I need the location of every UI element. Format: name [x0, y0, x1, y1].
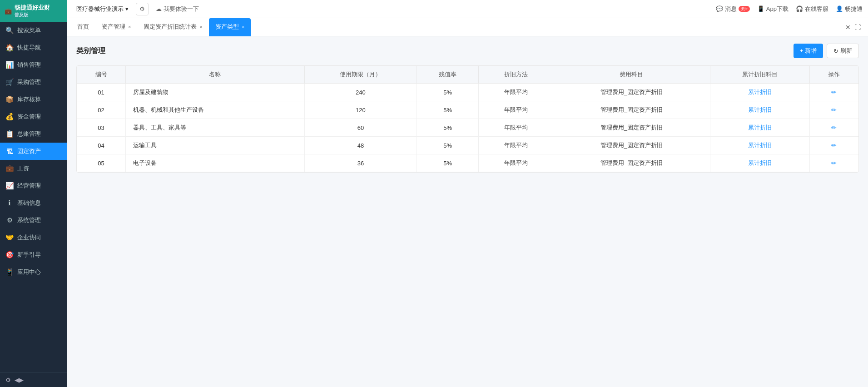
service-icon: 🎧: [796, 5, 803, 12]
table-row: 02机器、机械和其他生产设备1205%年限平均管理费用_固定资产折旧累计折旧✏: [77, 101, 858, 119]
col-header: 名称: [126, 66, 305, 84]
tab-close-icon[interactable]: ×: [128, 24, 131, 30]
message-label: 消息: [725, 5, 737, 13]
table-cell: 01: [77, 84, 126, 101]
nav-icon: 🎯: [5, 251, 14, 259]
sidebar-item-工资[interactable]: 💼工资: [0, 160, 67, 177]
sidebar-item-新手引导[interactable]: 🎯新手引导: [0, 246, 67, 263]
table-cell: 5%: [417, 84, 478, 101]
tab-2[interactable]: 固定资产折旧统计表×: [137, 18, 208, 36]
table-cell: 04: [77, 137, 126, 154]
nav-label: 应用中心: [17, 268, 41, 276]
edit-button[interactable]: ✏: [809, 101, 858, 119]
sidebar-item-固定资产[interactable]: 🏗固定资产: [0, 143, 67, 160]
tip-area[interactable]: ☁ 我要体验一下: [156, 5, 199, 13]
sidebar-item-企业协同[interactable]: 🤝企业协同: [0, 229, 67, 246]
tab-3[interactable]: 资产类型×: [209, 18, 251, 36]
user-name: 畅捷通: [845, 5, 863, 13]
table-cell: 5%: [417, 119, 478, 137]
edit-button[interactable]: ✏: [809, 137, 858, 154]
sidebar-item-系统管理[interactable]: ⚙系统管理: [0, 212, 67, 229]
tab-0[interactable]: 首页: [71, 18, 95, 36]
maximize-icon[interactable]: ⛶: [854, 24, 861, 31]
app-version: 普及版: [15, 12, 50, 18]
app-download-button[interactable]: 📱 App下载: [757, 5, 789, 13]
sidebar-item-采购管理[interactable]: 🛒采购管理: [0, 74, 67, 91]
table-cell: 累计折旧: [710, 84, 809, 101]
col-header: 编号: [77, 66, 126, 84]
app-name: 畅捷通好业财: [15, 4, 50, 12]
tab-1[interactable]: 资产管理×: [95, 18, 137, 36]
company-selector[interactable]: 医疗器械行业演示 ▾: [73, 3, 132, 15]
nav-label: 搜索菜单: [17, 26, 41, 35]
nav-label: 总账管理: [17, 130, 41, 138]
nav-icon: 📱: [5, 268, 14, 276]
edit-button[interactable]: ✏: [809, 154, 858, 172]
table-cell: 累计折旧: [710, 119, 809, 137]
message-button[interactable]: 💬 消息 99+: [716, 5, 749, 13]
sidebar-item-经营管理[interactable]: 📈经营管理: [0, 177, 67, 194]
tab-label: 资产管理: [102, 23, 125, 31]
main-area: 医疗器械行业演示 ▾ ⚙ ☁ 我要体验一下 💬 消息 99+ 📱 App下载 🎧…: [67, 0, 868, 387]
table-cell: 管理费用_固定资产折旧: [553, 119, 710, 137]
sidebar-item-库存核算[interactable]: 📦库存核算: [0, 91, 67, 108]
sidebar-bottom: ⚙ ◀▶: [0, 372, 67, 387]
table-body: 01房屋及建筑物2405%年限平均管理费用_固定资产折旧累计折旧✏02机器、机械…: [77, 84, 858, 172]
sidebar-item-应用中心[interactable]: 📱应用中心: [0, 263, 67, 281]
tab-label: 首页: [77, 23, 89, 31]
table-cell: 36: [304, 154, 417, 172]
online-service-label: 在线客服: [805, 5, 828, 13]
new-button[interactable]: + 新增: [794, 44, 823, 58]
sidebar-item-总账管理[interactable]: 📋总账管理: [0, 125, 67, 143]
nav-label: 固定资产: [17, 147, 41, 155]
tip-icon: ☁: [156, 5, 162, 12]
edit-button[interactable]: ✏: [809, 84, 858, 101]
table-cell: 年限平均: [479, 119, 553, 137]
table-cell: 机器、机械和其他生产设备: [126, 101, 305, 119]
topbar-right: 💬 消息 99+ 📱 App下载 🎧 在线客服 👤 畅捷通: [716, 5, 863, 13]
nav-icon: ℹ: [5, 199, 14, 207]
table-cell: 5%: [417, 101, 478, 119]
nav-label: 资金管理: [17, 113, 41, 121]
sidebar-item-资金管理[interactable]: 💰资金管理: [0, 108, 67, 125]
nav-icon: 💼: [5, 164, 14, 173]
close-window-icon[interactable]: ✕: [845, 24, 851, 31]
col-header: 折旧方法: [479, 66, 553, 84]
content-area: 类别管理 + 新增 ↻ 刷新 编号名称使用期限（月）残值率折旧方法费用科目累计折…: [67, 36, 868, 387]
page-title: 类别管理: [76, 46, 105, 56]
app-logo: 💼 畅捷通好业财 普及版: [0, 0, 67, 22]
table-cell: 年限平均: [479, 101, 553, 119]
nav-icon: 📈: [5, 182, 14, 190]
tip-text: 我要体验一下: [164, 5, 199, 13]
table-header: 编号名称使用期限（月）残值率折旧方法费用科目累计折旧科目操作: [77, 66, 858, 84]
table-cell: 房屋及建筑物: [126, 84, 305, 101]
nav-label: 采购管理: [17, 78, 41, 86]
logo-icon: 💼: [5, 8, 12, 15]
sidebar-item-快捷导航[interactable]: 🏠快捷导航: [0, 39, 67, 56]
tab-label: 资产类型: [215, 23, 239, 31]
table-cell: 年限平均: [479, 137, 553, 154]
refresh-button[interactable]: ↻ 刷新: [827, 44, 859, 58]
table-cell: 05: [77, 154, 126, 172]
tab-close-icon[interactable]: ×: [199, 24, 202, 30]
tabs-container: 首页资产管理×固定资产折旧统计表×资产类型×: [71, 18, 251, 36]
collapse-icon[interactable]: ◀▶: [15, 377, 24, 383]
user-area[interactable]: 👤 畅捷通: [836, 5, 863, 13]
col-header: 残值率: [417, 66, 478, 84]
company-name: 医疗器械行业演示: [76, 5, 124, 13]
edit-button[interactable]: ✏: [809, 119, 858, 137]
tabs-right: ✕ ⛶: [845, 24, 864, 31]
sidebar: 💼 畅捷通好业财 普及版 🔍搜索菜单🏠快捷导航📊销售管理🛒采购管理📦库存核算💰资…: [0, 0, 67, 387]
sidebar-item-基础信息[interactable]: ℹ基础信息: [0, 194, 67, 212]
sidebar-item-搜索菜单[interactable]: 🔍搜索菜单: [0, 22, 67, 39]
settings-icon[interactable]: ⚙: [5, 377, 11, 383]
table-cell: 器具、工具、家具等: [126, 119, 305, 137]
table-cell: 年限平均: [479, 154, 553, 172]
sidebar-item-销售管理[interactable]: 📊销售管理: [0, 56, 67, 74]
user-icon: 👤: [836, 5, 843, 12]
tab-close-icon[interactable]: ×: [242, 24, 244, 30]
settings-button[interactable]: ⚙: [136, 3, 149, 15]
nav-label: 基础信息: [17, 199, 41, 207]
nav-icon: 📊: [5, 61, 14, 69]
online-service-button[interactable]: 🎧 在线客服: [796, 5, 828, 13]
